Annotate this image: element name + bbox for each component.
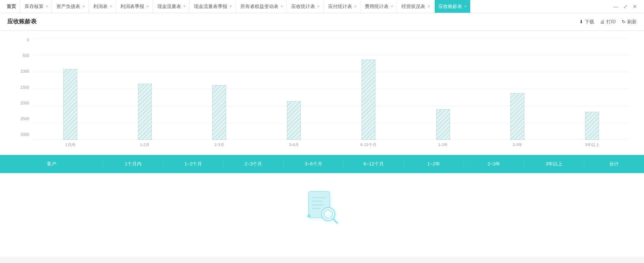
bar <box>287 101 301 140</box>
y-label: 2500 <box>15 117 29 121</box>
tab-bar: 首页库存核算×资产负债表×利润表×利润表季报×现金流量表×现金流量表季报×所有者… <box>0 0 644 13</box>
tab-label-operation: 经营状况表 <box>401 3 425 10</box>
empty-area <box>0 173 644 257</box>
bar-group <box>63 69 77 140</box>
bar-group <box>212 85 226 140</box>
tab-close-inventory[interactable]: × <box>46 4 48 8</box>
tab-label-home: 首页 <box>7 3 16 10</box>
table-header: 客户1个月内1~2个月2~3个月3~6个月6~12个月1~2年2~3年3年以上合… <box>0 155 644 173</box>
tab-close-equity[interactable]: × <box>281 4 283 8</box>
svg-rect-3 <box>312 204 324 206</box>
x-label: 3-6月 <box>283 142 305 148</box>
print-button[interactable]: 🖨 打印 <box>600 19 616 25</box>
close-button[interactable]: ✕ <box>632 3 638 10</box>
tab-close-receivable-stat[interactable]: × <box>317 4 319 8</box>
tab-close-cashflow[interactable]: × <box>183 4 186 8</box>
tab-home[interactable]: 首页 <box>3 0 20 13</box>
chart-area: 300025002000150010005000 1月内1-2月2-3月3-6月… <box>0 31 644 155</box>
refresh-icon: ↻ <box>622 19 626 24</box>
x-label: 3年以上 <box>581 142 603 148</box>
x-label: 1-2年 <box>432 142 454 148</box>
svg-rect-1 <box>312 197 326 198</box>
bar-group <box>510 93 524 140</box>
x-label: 2-3月 <box>208 142 230 148</box>
tab-close-profit[interactable]: × <box>110 4 112 8</box>
tab-label-profit: 利润表 <box>93 3 108 10</box>
th-y2to3: 2~3年 <box>464 161 524 167</box>
th-y1to2: 1~2年 <box>404 161 464 167</box>
tab-expense-stat[interactable]: 费用统计表× <box>361 0 397 13</box>
download-label: 下载 <box>585 19 594 25</box>
tab-label-profit-quarter: 利润表季报 <box>120 3 144 10</box>
tab-close-aging[interactable]: × <box>464 4 467 8</box>
chart-y-axis: 300025002000150010005000 <box>15 38 29 148</box>
empty-illustration <box>302 188 342 235</box>
y-label: 3000 <box>15 133 29 137</box>
bar <box>510 93 524 140</box>
tab-close-operation[interactable]: × <box>427 4 430 8</box>
chart-grid-bars <box>33 38 629 140</box>
svg-rect-4 <box>312 208 321 209</box>
y-label: 2000 <box>15 101 29 105</box>
tab-profit[interactable]: 利润表× <box>90 0 116 13</box>
bars-row <box>33 38 629 140</box>
x-label: 1月内 <box>59 142 81 148</box>
tab-operation[interactable]: 经营状况表× <box>398 0 434 13</box>
tab-label-balance: 资产负债表 <box>56 3 80 10</box>
tab-label-cashflow: 现金流量表 <box>157 3 181 10</box>
tab-payable-stat[interactable]: 应付统计表× <box>325 0 360 13</box>
tab-receivable-stat[interactable]: 应收统计表× <box>288 0 323 13</box>
y-label: 0 <box>15 38 29 42</box>
svg-rect-2 <box>312 201 323 202</box>
tab-close-balance[interactable]: × <box>82 4 85 8</box>
tab-close-payable-stat[interactable]: × <box>354 4 356 8</box>
tab-close-cashflow-quarter[interactable]: × <box>229 4 232 8</box>
y-label: 1500 <box>15 85 29 89</box>
y-label: 1000 <box>15 69 29 73</box>
tab-close-profit-quarter[interactable]: × <box>146 4 149 8</box>
tab-balance[interactable]: 资产负债表× <box>53 0 89 13</box>
tab-aging[interactable]: 应收账龄表× <box>435 0 471 13</box>
chart-plot-area: 1月内1-2月2-3月3-6月6-12个月1-2年2-3年3年以上 <box>33 38 629 148</box>
th-m6to12: 6~12个月 <box>344 161 404 167</box>
tab-cashflow-quarter[interactable]: 现金流量表季报× <box>190 0 236 13</box>
maximize-button[interactable]: ⤢ <box>622 3 629 10</box>
x-label: 2-3年 <box>506 142 528 148</box>
minimize-button[interactable]: — <box>613 3 619 10</box>
th-m2to3: 2~3个月 <box>224 161 284 167</box>
print-icon: 🖨 <box>600 19 605 24</box>
bar-group <box>287 101 301 140</box>
page-header: 应收账龄表 ⬇ 下载 🖨 打印 ↻ 刷新 <box>0 13 644 31</box>
main-content: 300025002000150010005000 1月内1-2月2-3月3-6月… <box>0 31 644 257</box>
tab-label-payable-stat: 应付统计表 <box>328 3 352 10</box>
chart-container: 300025002000150010005000 1月内1-2月2-3月3-6月… <box>15 38 629 148</box>
tab-cashflow[interactable]: 现金流量表× <box>154 0 190 13</box>
refresh-button[interactable]: ↻ 刷新 <box>622 19 637 25</box>
header-actions: ⬇ 下载 🖨 打印 ↻ 刷新 <box>579 19 637 25</box>
download-button[interactable]: ⬇ 下载 <box>579 19 594 25</box>
tab-equity[interactable]: 所有者权益变动表× <box>237 0 287 13</box>
bar <box>212 85 226 140</box>
tab-inventory[interactable]: 库存核算× <box>21 0 52 13</box>
tab-label-cashflow-quarter: 现金流量表季报 <box>194 3 227 10</box>
x-label: 6-12个月 <box>357 142 379 148</box>
th-customer: 客户 <box>0 161 103 167</box>
window-controls: — ⤢ ✕ <box>613 3 641 10</box>
bar-group <box>362 60 375 140</box>
tab-profit-quarter[interactable]: 利润表季报× <box>117 0 153 13</box>
tab-label-equity: 所有者权益变动表 <box>240 3 278 10</box>
svg-point-8 <box>325 211 330 216</box>
svg-line-7 <box>333 219 337 223</box>
x-label: 1-2月 <box>134 142 156 148</box>
bar-group <box>138 84 152 140</box>
tab-label-receivable-stat: 应收统计表 <box>291 3 315 10</box>
bar <box>585 112 599 140</box>
tab-label-inventory: 库存核算 <box>25 3 44 10</box>
refresh-label: 刷新 <box>627 19 637 25</box>
bar <box>436 109 450 140</box>
bar-group <box>436 109 450 140</box>
print-label: 打印 <box>606 19 616 25</box>
tab-close-expense-stat[interactable]: × <box>391 4 393 8</box>
th-within1m: 1个月内 <box>103 161 163 167</box>
bar-group <box>585 112 599 140</box>
